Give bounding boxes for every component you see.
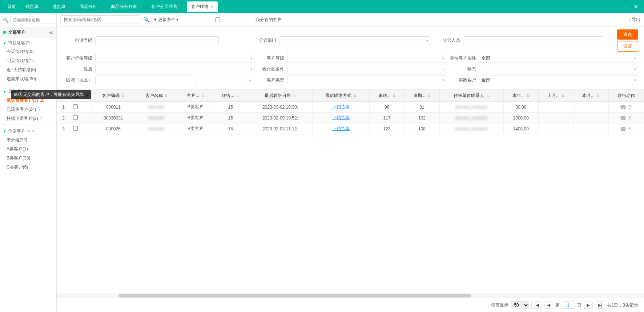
- sort-icon: ⇅: [393, 94, 395, 98]
- th-overdue[interactable]: 逾期... ⇅: [404, 90, 439, 102]
- sidebar-item-class-a[interactable]: A类客户(1): [0, 145, 56, 154]
- sidebar-item-class-c[interactable]: C类客户(6): [0, 163, 56, 172]
- more-action-icon[interactable]: ⠿: [628, 115, 632, 121]
- th-no-contact[interactable]: 未联... ⇅: [369, 90, 404, 102]
- close-icon[interactable]: ×: [68, 4, 70, 9]
- th-type[interactable]: 客户... ⇅: [178, 90, 213, 102]
- more-dots[interactable]: ···: [244, 77, 254, 83]
- contact-icon[interactable]: ☎: [620, 126, 626, 132]
- search-button[interactable]: 🔍: [143, 16, 150, 23]
- customer-grade-select[interactable]: [287, 54, 446, 62]
- tab-customer-contact[interactable]: 客户联络 ×: [187, 1, 217, 12]
- th-year[interactable]: 本年... ⇅: [503, 90, 538, 102]
- tab-sales-order[interactable]: 销货单 ×: [21, 1, 47, 12]
- cell-last-contact-way[interactable]: 下销货单: [313, 102, 370, 113]
- section-value-customer[interactable]: ▼ 价值客户 ↻ ✎: [0, 126, 56, 135]
- th-unit-contact[interactable]: 往来单位联系人 ⇅: [439, 90, 503, 102]
- tab-home[interactable]: 首页: [3, 1, 20, 12]
- page-input[interactable]: [562, 301, 575, 309]
- last-contact-way-link[interactable]: 下销货单: [332, 115, 350, 120]
- cell-name: blurred1: [135, 102, 178, 113]
- row-checkbox[interactable]: [73, 126, 78, 131]
- tab-customer-tier[interactable]: 客户分层经营 ×: [147, 1, 186, 12]
- th-name[interactable]: 客户名称 ⇅: [135, 90, 178, 102]
- cell-action[interactable]: ☎⠿: [608, 113, 644, 123]
- my-customers-checkbox[interactable]: 我分管的客户: [181, 17, 282, 23]
- payment-select[interactable]: [287, 65, 446, 73]
- tab-purchase-order[interactable]: 进货单 ×: [48, 1, 74, 12]
- close-icon[interactable]: ×: [180, 4, 182, 9]
- export-button[interactable]: ↑ 导出: [628, 17, 640, 23]
- cell-contact-count: 15: [213, 123, 248, 134]
- more-conditions-button[interactable]: ▼ 更多条件 ▾: [153, 17, 178, 23]
- sidebar-item-declining[interactable]: 持续下滑客户(2) ?: [0, 114, 56, 123]
- first-page-button[interactable]: |◀: [531, 301, 542, 309]
- zero-customer-select[interactable]: 全部: [479, 76, 638, 84]
- search-input[interactable]: [60, 15, 140, 24]
- contact-icon[interactable]: ☎: [620, 104, 626, 110]
- price-grade-select[interactable]: [95, 54, 254, 62]
- all-customers-header[interactable]: ⊞ 全部客户 ≪: [0, 27, 56, 38]
- sidebar-item-week-contact[interactable]: 近7天待联络(0): [0, 65, 56, 74]
- cell-checkbox[interactable]: [70, 102, 81, 113]
- last-contact-way-link[interactable]: 下销货单: [332, 104, 350, 109]
- section-pending-contact[interactable]: ▼ 待联络客户: [0, 38, 56, 47]
- settings-button[interactable]: 设置: [617, 41, 638, 52]
- prev-page-button[interactable]: ◀: [544, 301, 553, 309]
- query-button[interactable]: 查询: [617, 29, 638, 40]
- horizontal-scrollbar[interactable]: [57, 293, 644, 298]
- close-icon[interactable]: ×: [211, 4, 213, 9]
- cell-checkbox[interactable]: [70, 113, 81, 123]
- price-grade-label: 客户价格等级: [63, 55, 95, 61]
- th-last-contact-date[interactable]: 最后联络日期 ⇅: [248, 90, 312, 102]
- close-icon[interactable]: ×: [41, 4, 43, 9]
- sidebar-item-class-b[interactable]: B类客户(33): [0, 154, 56, 163]
- row-checkbox[interactable]: [73, 104, 78, 109]
- last-page-button[interactable]: ▶|: [595, 301, 605, 309]
- next-page-button[interactable]: ▶: [584, 301, 593, 309]
- area-input[interactable]: [95, 76, 197, 84]
- sidebar-item-ungrouped[interactable]: 未分组(32): [0, 135, 56, 145]
- per-page-select[interactable]: 50 100: [511, 301, 529, 309]
- table-row: 1000011blurred1B类客户152023-03-02 10:30:下销…: [57, 102, 644, 113]
- th-last-contact-way[interactable]: 最后联络方式 ⇅: [313, 90, 370, 102]
- close-icon[interactable]: ×: [99, 4, 101, 9]
- cell-last-contact-way[interactable]: 下销货单: [313, 123, 370, 134]
- sidebar-item-today-contact[interactable]: 今天待联络(0): [0, 47, 56, 56]
- zero-purchase-attr-select[interactable]: 全部: [479, 54, 638, 62]
- person-input[interactable]: [463, 36, 604, 45]
- cell-action[interactable]: ☎⠿: [608, 102, 644, 113]
- more-dots[interactable]: ···: [604, 38, 614, 44]
- sidebar-item-overdue-contact[interactable]: 逾期未联络(30): [0, 74, 56, 84]
- sidebar-item-tomorrow-contact[interactable]: 明天待联络(1): [0, 56, 56, 65]
- tab-product-analysis-list[interactable]: 商品分析列表 ×: [106, 1, 146, 12]
- sidebar-item-churned[interactable]: 已流失客户(24) ?: [0, 105, 56, 114]
- status-select[interactable]: [479, 65, 638, 73]
- phone-input[interactable]: [95, 36, 219, 45]
- th-contact[interactable]: 联络... ⇅: [213, 90, 248, 102]
- tab-product-analysis[interactable]: 商品分析 ×: [75, 1, 106, 12]
- contact-icon[interactable]: ☎: [620, 115, 626, 121]
- nature-select[interactable]: [95, 65, 254, 73]
- row-checkbox[interactable]: [73, 115, 78, 120]
- window-close-button[interactable]: ✕: [631, 2, 641, 12]
- my-customers-check[interactable]: [181, 17, 254, 22]
- scrollbar-thumb[interactable]: [118, 294, 471, 297]
- more-action-icon[interactable]: ⠿: [628, 104, 632, 110]
- customer-type-select[interactable]: [287, 76, 446, 84]
- cell-last-contact-way[interactable]: 下销货单: [313, 113, 370, 123]
- close-icon[interactable]: ×: [139, 4, 141, 9]
- cell-action[interactable]: ☎⠿: [608, 123, 644, 134]
- th-last-month[interactable]: 上月... ⇅: [538, 90, 573, 102]
- cell-last-month: [538, 123, 573, 134]
- th-this-month[interactable]: 本月... ⇅: [573, 90, 608, 102]
- cell-unit-contact: blurred_contact3: [439, 123, 503, 134]
- th-code[interactable]: 客户编码 ⇅: [92, 90, 135, 102]
- sidebar-search-input[interactable]: [10, 16, 57, 24]
- dept-select[interactable]: [279, 36, 430, 45]
- refresh-icon[interactable]: ↻: [27, 129, 30, 134]
- cell-checkbox[interactable]: [70, 123, 81, 134]
- edit-icon[interactable]: ✎: [32, 129, 35, 134]
- last-contact-way-link[interactable]: 下销货单: [332, 126, 350, 131]
- more-action-icon[interactable]: ⠿: [628, 126, 632, 132]
